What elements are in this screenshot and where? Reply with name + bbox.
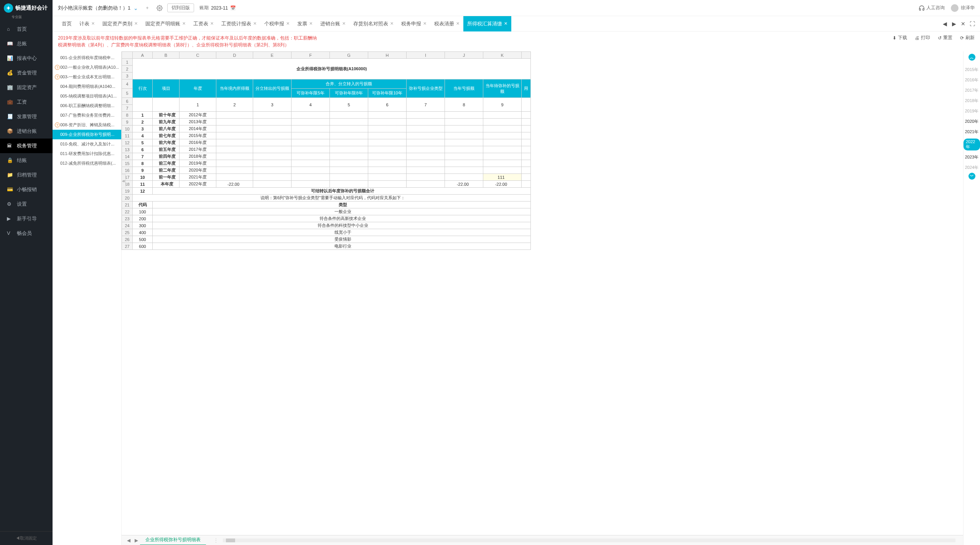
print-button[interactable]: 🖨打印 [915, 35, 930, 41]
form-item-2[interactable]: 003-一般企业成本支出明细... [53, 72, 121, 82]
tab-close-icon[interactable]: ✕ [309, 21, 313, 26]
year-2022年[interactable]: 2022年 [964, 139, 980, 150]
username: 徐泽华 [961, 5, 975, 11]
sidebar-item-7[interactable]: 📦进销台账 [0, 124, 53, 139]
sidebar-item-9[interactable]: 🔒结账 [0, 153, 53, 168]
notice-text: 2019年度涉及取以前年度结转数据的申报表单元格需要手工维护正确，才能保证本年及… [58, 35, 319, 48]
sidebar-item-0[interactable]: ⌂首页 [0, 22, 53, 36]
tab-11[interactable]: 税表清册✕ [430, 16, 463, 31]
sidebar-item-2[interactable]: 📊报表中心 [0, 51, 53, 66]
tab-prev-icon[interactable]: ◀ [940, 19, 949, 28]
tab-9[interactable]: 存货别名对照表✕ [349, 16, 397, 31]
user-menu[interactable]: 徐泽华 [951, 4, 975, 12]
switch-old-button[interactable]: 切到旧版 [167, 3, 194, 12]
tab-12[interactable]: 所得税汇算清缴✕ [463, 16, 511, 31]
tab-6[interactable]: 个税申报✕ [260, 16, 293, 31]
tab-close-icon[interactable]: ✕ [342, 21, 346, 26]
sheet-first-icon[interactable]: ◀ [125, 538, 132, 543]
form-item-5[interactable]: 006-职工薪酬纳税调整明细... [53, 101, 121, 111]
nav-icon: V [7, 230, 13, 236]
year-2015年: 2015年 [965, 64, 978, 75]
form-item-1[interactable]: 002-一般企业收入明细表(A10... [53, 63, 121, 72]
account-name[interactable]: 刘小艳演示账套（勿删勿动！）1 [58, 5, 130, 12]
brand-name: 畅捷通好会计 [15, 5, 48, 12]
tab-5[interactable]: 工资统计报表✕ [217, 16, 260, 31]
year-2020年[interactable]: 2020年 [965, 116, 978, 127]
tab-close-icon[interactable]: ✕ [390, 21, 394, 26]
form-item-7[interactable]: 008-资产折旧、摊销及纳税... [53, 120, 121, 130]
tab-close-icon[interactable]: ✕ [91, 21, 95, 26]
form-item-11[interactable]: 012-减免所得税优惠明细表(... [53, 159, 121, 168]
sidebar-item-5[interactable]: 💼工资 [0, 95, 53, 109]
tab-3[interactable]: 固定资产明细账✕ [142, 16, 189, 31]
period-value[interactable]: 2023-11 [211, 5, 228, 11]
add-icon[interactable]: ＋ [143, 3, 152, 13]
nav-icon: 🔒 [7, 157, 13, 164]
tab-close-icon[interactable]: ✕ [504, 21, 507, 26]
year-rail: ︽ 2015年2016年2017年2018年2019年2020年2021年202… [963, 51, 980, 545]
sidebar-item-12[interactable]: ⚙设置 [0, 197, 53, 211]
sidebar-item-4[interactable]: 🏢固定资产 [0, 80, 53, 95]
tab-close-icon[interactable]: ✕ [182, 21, 186, 26]
sheet-hscroll[interactable] [223, 538, 955, 542]
form-item-10[interactable]: 011-研发费用加计扣除优惠... [53, 149, 121, 159]
tab-0[interactable]: 首页 [58, 16, 76, 31]
nav-icon: 🏢 [7, 84, 13, 91]
sidebar-item-6[interactable]: 🧾发票管理 [0, 109, 53, 124]
tab-next-icon[interactable]: ▶ [949, 19, 959, 28]
refresh-button[interactable]: ⟳刷新 [960, 35, 975, 41]
tab-10[interactable]: 税务申报✕ [397, 16, 430, 31]
tab-close-icon[interactable]: ✕ [286, 21, 290, 26]
tab-7[interactable]: 发票✕ [293, 16, 316, 31]
gear-icon[interactable] [155, 3, 164, 13]
sheet-prev-icon[interactable]: ▶ [132, 538, 140, 543]
sidebar-item-13[interactable]: ▶新手引导 [0, 211, 53, 226]
nav-icon: 📊 [7, 55, 13, 61]
sheet-tabs: ◀ ▶ 企业所得税弥补亏损明细表 ⋮ [122, 535, 963, 545]
sidebar-item-11[interactable]: 💳小畅报销 [0, 182, 53, 197]
year-scroll-up-icon[interactable]: ︽ [968, 54, 975, 61]
sidebar-unpin[interactable]: ◀取消固定 [0, 531, 53, 545]
tab-close-icon[interactable]: ✕ [253, 21, 257, 26]
year-2023年[interactable]: 2023年 [965, 152, 978, 162]
consult-button[interactable]: 人工咨询 [919, 5, 945, 11]
tab-close-icon[interactable]: ✕ [423, 21, 427, 26]
form-item-8[interactable]: 009-企业所得税弥补亏损明... [53, 130, 121, 139]
form-item-6[interactable]: 007-广告费和业务宣传费跨... [53, 111, 121, 120]
year-scroll-down-icon[interactable]: ︾ [968, 173, 975, 180]
tab-close-icon[interactable]: ✕ [210, 21, 214, 26]
year-2021年[interactable]: 2021年 [965, 127, 978, 137]
form-item-0[interactable]: 001-企业所得税年度纳税申... [53, 53, 121, 63]
tab-4[interactable]: 工资表✕ [189, 16, 217, 31]
tab-fullscreen-icon[interactable]: ⛶ [968, 19, 977, 28]
logo: ✦ 畅捷通好会计 [0, 0, 53, 16]
download-button[interactable]: ⬇下载 [893, 35, 907, 41]
period-label: 账期 [199, 5, 209, 11]
account-dropdown-icon[interactable]: ⌄ [133, 5, 138, 11]
sidebar-nav: ⌂首页📖总账📊报表中心💰资金管理🏢固定资产💼工资🧾发票管理📦进销台账🏛税务管理🔒… [0, 22, 53, 531]
nav-icon: ⚙ [7, 201, 13, 207]
form-item-3[interactable]: 004-期间费用明细表(A1040... [53, 82, 121, 91]
tab-8[interactable]: 进销台账✕ [316, 16, 349, 31]
reset-button[interactable]: ↺重置 [938, 35, 952, 41]
form-item-4[interactable]: 005-纳税调整项目明细表(A1... [53, 91, 121, 101]
tab-close-icon[interactable]: ✕ [134, 21, 138, 26]
tab-close-icon[interactable]: ✕ [456, 21, 460, 26]
sheet-tab[interactable]: 企业所得税弥补亏损明细表 [140, 535, 206, 545]
collapse-forms-button[interactable]: ≪ [121, 174, 126, 188]
calendar-icon[interactable]: 📅 [230, 5, 236, 11]
tab-1[interactable]: 计表✕ [76, 16, 99, 31]
sidebar-item-3[interactable]: 💰资金管理 [0, 66, 53, 80]
sidebar-item-10[interactable]: 📁归档管理 [0, 168, 53, 182]
spreadsheet[interactable]: ABCDEFGHIJK1企业所得税弥补亏损明细表(A106000)234行次项目… [122, 51, 963, 535]
sidebar-item-1[interactable]: 📖总账 [0, 36, 53, 51]
sidebar-item-14[interactable]: V畅会员 [0, 226, 53, 241]
topbar: 刘小艳演示账套（勿删勿动！）1 ⌄ ＋ 切到旧版 账期 2023-11 📅 人工… [53, 0, 980, 16]
form-item-9[interactable]: 010-免税、减计收入及加计... [53, 139, 121, 149]
sidebar-item-8[interactable]: 🏛税务管理 [0, 139, 53, 153]
svg-point-0 [159, 7, 160, 9]
tab-2[interactable]: 固定资产类别✕ [99, 16, 142, 31]
nav-icon: 💼 [7, 99, 13, 105]
nav-icon: 📦 [7, 128, 13, 134]
tab-close-all-icon[interactable]: ✕ [959, 19, 968, 28]
